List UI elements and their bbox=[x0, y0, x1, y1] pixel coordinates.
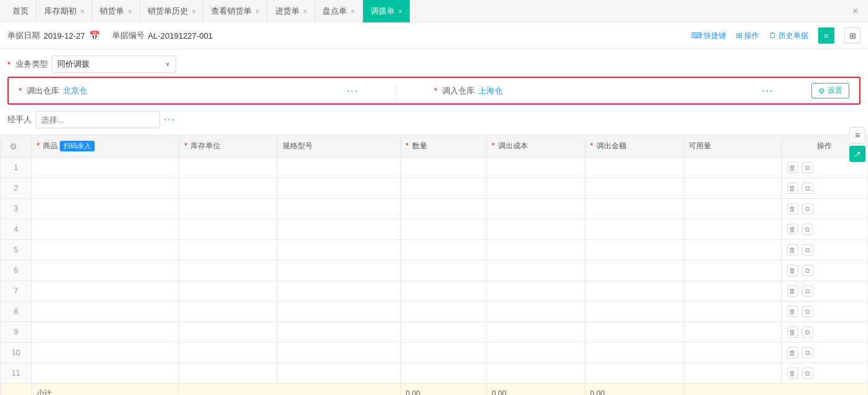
table-gear-icon[interactable]: ⚙ bbox=[6, 139, 21, 154]
cost-cell[interactable] bbox=[486, 363, 585, 384]
product-cell[interactable] bbox=[32, 343, 179, 363]
person-input[interactable] bbox=[35, 111, 160, 128]
amount-cell[interactable] bbox=[585, 343, 683, 363]
amount-cell[interactable] bbox=[585, 260, 683, 281]
product-cell[interactable] bbox=[32, 260, 179, 281]
copy-row-button[interactable]: ⧉ bbox=[802, 203, 813, 214]
copy-row-button[interactable]: ⧉ bbox=[802, 285, 813, 297]
biz-type-select[interactable]: 同价调拨 ▼ bbox=[52, 55, 176, 73]
amount-cell[interactable] bbox=[585, 158, 683, 178]
tab-view-sales-close[interactable]: × bbox=[255, 7, 259, 15]
settings-button[interactable]: ⚙ 设置 bbox=[811, 83, 849, 98]
tab-stocktake[interactable]: 盘点单 × bbox=[315, 0, 362, 22]
product-cell[interactable] bbox=[32, 363, 179, 384]
amount-cell[interactable] bbox=[585, 199, 683, 219]
amount-cell[interactable] bbox=[585, 281, 683, 302]
grid-view-button[interactable]: ⊞ bbox=[844, 27, 861, 44]
delete-row-button[interactable]: 🗑 bbox=[787, 368, 798, 379]
target-wh-more-button[interactable]: ··· bbox=[762, 85, 774, 97]
tab-purchase-order[interactable]: 进货单 × bbox=[268, 0, 315, 22]
delete-row-button[interactable]: 🗑 bbox=[787, 285, 798, 297]
delete-row-button[interactable]: 🗑 bbox=[787, 162, 798, 173]
list-view-button[interactable]: ≡ bbox=[818, 27, 834, 44]
product-cell[interactable] bbox=[32, 322, 179, 343]
tab-inventory-init[interactable]: 库存期初 × bbox=[37, 0, 92, 22]
tab-sales-order[interactable]: 销货单 × bbox=[92, 0, 139, 22]
amount-cell[interactable] bbox=[585, 322, 683, 343]
product-cell[interactable] bbox=[32, 158, 179, 178]
copy-row-button[interactable]: ⧉ bbox=[802, 368, 813, 379]
tab-home[interactable]: 首页 bbox=[5, 0, 37, 22]
shortcuts-link[interactable]: ⌨ 快捷键 bbox=[691, 31, 726, 41]
qty-cell[interactable] bbox=[400, 199, 486, 219]
amount-cell[interactable] bbox=[585, 240, 683, 260]
sidebar-list-icon[interactable]: ≡ bbox=[849, 127, 866, 143]
cost-cell[interactable] bbox=[486, 158, 585, 178]
product-cell[interactable] bbox=[32, 240, 179, 260]
cost-cell[interactable] bbox=[486, 260, 585, 281]
cost-cell[interactable] bbox=[486, 178, 585, 199]
qty-cell[interactable] bbox=[400, 240, 486, 260]
delete-row-button[interactable]: 🗑 bbox=[787, 244, 798, 255]
amount-cell[interactable] bbox=[585, 302, 683, 322]
copy-row-button[interactable]: ⧉ bbox=[802, 306, 813, 317]
window-close-button[interactable]: × bbox=[849, 5, 862, 17]
tab-inventory-init-close[interactable]: × bbox=[80, 7, 84, 15]
qty-cell[interactable] bbox=[400, 363, 486, 384]
cost-cell[interactable] bbox=[486, 240, 585, 260]
amount-cell[interactable] bbox=[585, 363, 683, 384]
delete-row-button[interactable]: 🗑 bbox=[787, 183, 798, 194]
cost-cell[interactable] bbox=[486, 219, 585, 240]
calendar-icon[interactable]: 📅 bbox=[89, 31, 100, 40]
op-cell: 🗑⧉ bbox=[781, 363, 867, 384]
delete-row-button[interactable]: 🗑 bbox=[787, 347, 798, 358]
copy-row-button[interactable]: ⧉ bbox=[802, 244, 813, 255]
copy-row-button[interactable]: ⧉ bbox=[802, 183, 813, 194]
source-wh-more-button[interactable]: ··· bbox=[347, 85, 359, 97]
tab-sales-history[interactable]: 销货单历史 × bbox=[140, 0, 204, 22]
tab-transfer[interactable]: 调拨单 × bbox=[363, 0, 410, 22]
operations-link[interactable]: ⊞ 操作 bbox=[736, 31, 759, 41]
sidebar-export-icon[interactable]: ↗ bbox=[849, 146, 866, 162]
qty-cell[interactable] bbox=[400, 322, 486, 343]
copy-row-button[interactable]: ⧉ bbox=[802, 265, 813, 276]
tab-stocktake-close[interactable]: × bbox=[351, 7, 354, 15]
product-cell[interactable] bbox=[32, 178, 179, 199]
delete-row-button[interactable]: 🗑 bbox=[787, 224, 798, 235]
scan-entry-button[interactable]: 扫码录入 bbox=[60, 141, 95, 151]
tab-transfer-close[interactable]: × bbox=[399, 7, 402, 15]
delete-row-button[interactable]: 🗑 bbox=[787, 203, 798, 214]
cost-cell[interactable] bbox=[486, 199, 585, 219]
amount-cell[interactable] bbox=[585, 178, 683, 199]
product-cell[interactable] bbox=[32, 199, 179, 219]
cost-cell[interactable] bbox=[486, 281, 585, 302]
person-more-button[interactable]: ··· bbox=[164, 114, 176, 125]
history-link[interactable]: 🗒 历史单据 bbox=[769, 31, 808, 41]
form-header-left: 单据日期 2019-12-27 📅 单据编号 AL-20191227-001 bbox=[7, 30, 213, 41]
product-cell[interactable] bbox=[32, 302, 179, 322]
delete-row-button[interactable]: 🗑 bbox=[787, 265, 798, 276]
product-cell[interactable] bbox=[32, 219, 179, 240]
product-cell[interactable] bbox=[32, 281, 179, 302]
qty-cell[interactable] bbox=[400, 343, 486, 363]
tab-sales-order-close[interactable]: × bbox=[128, 7, 131, 15]
copy-row-button[interactable]: ⧉ bbox=[802, 162, 813, 173]
qty-cell[interactable] bbox=[400, 178, 486, 199]
amount-cell[interactable] bbox=[585, 219, 683, 240]
copy-row-button[interactable]: ⧉ bbox=[802, 347, 813, 358]
qty-cell[interactable] bbox=[400, 158, 486, 178]
tab-view-sales[interactable]: 查看销货单 × bbox=[204, 0, 267, 22]
qty-cell[interactable] bbox=[400, 281, 486, 302]
cost-cell[interactable] bbox=[486, 302, 585, 322]
cost-cell[interactable] bbox=[486, 322, 585, 343]
copy-row-button[interactable]: ⧉ bbox=[802, 224, 813, 235]
copy-row-button[interactable]: ⧉ bbox=[802, 326, 813, 338]
tab-sales-history-close[interactable]: × bbox=[192, 7, 196, 15]
qty-cell[interactable] bbox=[400, 260, 486, 281]
cost-cell[interactable] bbox=[486, 343, 585, 363]
qty-cell[interactable] bbox=[400, 302, 486, 322]
qty-cell[interactable] bbox=[400, 219, 486, 240]
delete-row-button[interactable]: 🗑 bbox=[787, 306, 798, 317]
tab-purchase-order-close[interactable]: × bbox=[303, 7, 307, 15]
delete-row-button[interactable]: 🗑 bbox=[787, 326, 798, 338]
